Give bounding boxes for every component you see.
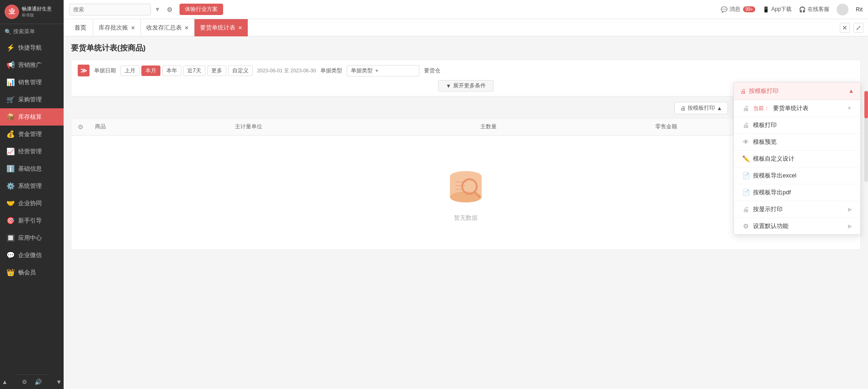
tab-receipt-summary[interactable]: 收发存汇总表 ✕ <box>141 19 195 36</box>
tab-close-all-btn[interactable]: ✕ <box>840 23 850 33</box>
date-btn-7days[interactable]: 近7天 <box>183 66 205 76</box>
template-preview-label: 模板预览 <box>753 138 777 146</box>
print-dropdown-template-preview[interactable]: 👁 模板预览 <box>734 134 860 151</box>
tab-home[interactable]: 首页 <box>68 19 93 36</box>
quick-nav-icon: ⚡ <box>6 44 15 52</box>
new-guide-icon: 🎯 <box>6 217 15 225</box>
print-dropdown-title-text: 按模板打印 <box>749 87 778 95</box>
sidebar-item-basics[interactable]: ℹ️ 基础信息 <box>0 160 64 177</box>
print-dropdown-chevron[interactable]: ▲ <box>848 88 854 94</box>
user-name: Rit <box>856 6 863 13</box>
col-goods-label: 商品 <box>95 123 106 130</box>
date-btn-more[interactable]: 更多 <box>207 66 226 76</box>
table-col-unit: 主计量单位 <box>229 118 475 136</box>
print-template-btn[interactable]: 🖨 按模板打印 ▲ <box>674 102 728 114</box>
purchase-icon: 🛒 <box>6 96 15 104</box>
display-print-arrow: ▶ <box>848 206 852 212</box>
tab-receipt-summary-label: 收发存汇总表 <box>146 19 182 36</box>
print-dropdown-current[interactable]: 🖨 当前： 要货单统计表 ▼ <box>734 100 860 117</box>
empty-text: 暂无数据 <box>454 214 478 222</box>
inventory-icon: 📦 <box>6 113 15 121</box>
scrollbar-thumb[interactable] <box>864 91 868 118</box>
empty-illustration <box>443 163 489 208</box>
doc-type-select[interactable]: 单据类型 ▼ <box>347 65 419 76</box>
messages-btn[interactable]: 💬 消息 99+ <box>721 5 755 13</box>
current-item-arrow: ▼ <box>847 105 852 111</box>
print-dropdown-title-icon: 🖨 <box>740 88 746 95</box>
tab-maximize-btn[interactable]: ⤢ <box>853 23 863 33</box>
tab-receipt-summary-close[interactable]: ✕ <box>185 19 189 36</box>
topbar-gear-icon[interactable]: ⚙ <box>164 4 176 15</box>
main-wrap: ▼ ⚙ 体验行业方案 💬 消息 99+ 📱 App下载 🎧 在线客服 Rit 首… <box>64 0 868 389</box>
col-amount-label: 零售金额 <box>655 123 677 130</box>
tab-order-stats[interactable]: 要货单统计表 ✕ <box>195 19 248 36</box>
sidebar-search-menu[interactable]: 🔍 搜索菜单 <box>0 24 64 39</box>
sidebar-item-inventory[interactable]: 📦 库存核算 <box>0 108 64 126</box>
user-avatar[interactable] <box>837 4 848 15</box>
export-excel-label: 按模板导出excel <box>753 172 796 180</box>
topbar-search-input[interactable] <box>69 4 151 15</box>
print-dropdown-template-custom[interactable]: ✏️ 模板自定义设计 <box>734 151 860 167</box>
doc-type-select-arrow: ▼ <box>374 68 379 73</box>
table-col-settings[interactable]: ⚙ <box>71 118 90 136</box>
tab-inventory-batch[interactable]: 库存批次账 ✕ <box>93 19 141 36</box>
settings-icon[interactable]: ⚙ <box>22 379 27 385</box>
sidebar-item-quick-nav[interactable]: ⚡ 快捷导航 <box>0 39 64 56</box>
sidebar-logo[interactable]: 业 畅康通好生意 标准版 <box>0 0 64 24</box>
col-qty-label: 主数量 <box>480 123 497 130</box>
sidebar-item-operations[interactable]: 📈 经营管理 <box>0 143 64 160</box>
print-dropdown-display-print[interactable]: 🖨 按显示打印 ▶ <box>734 201 860 218</box>
print-template-icon: 🖨 <box>680 105 686 111</box>
scroll-up-arrows: ▲ <box>2 379 8 385</box>
sidebar-item-member[interactable]: 👑 畅会员 <box>0 264 64 281</box>
tab-order-stats-close[interactable]: ✕ <box>238 19 242 36</box>
date-btns: 上月 本月 本年 近7天 更多 自定义 <box>120 66 253 76</box>
speaker-icon[interactable]: 🔊 <box>35 379 42 385</box>
print-dropdown-export-pdf[interactable]: 📄 按模板导出pdf <box>734 184 860 201</box>
search-menu-icon: 🔍 <box>5 29 11 35</box>
sidebar-scroll-down[interactable]: ▼ <box>54 377 64 387</box>
app-center-icon: 🔲 <box>6 234 15 242</box>
tab-inventory-batch-close[interactable]: ✕ <box>131 19 135 36</box>
online-service-btn[interactable]: 🎧 在线客服 <box>799 5 829 13</box>
set-default-label: 设置默认功能 <box>753 222 788 230</box>
date-btn-last-month[interactable]: 上月 <box>120 66 140 76</box>
date-btn-this-year[interactable]: 本年 <box>162 66 181 76</box>
new-guide-label: 新手引导 <box>18 217 42 225</box>
sidebar-item-sales[interactable]: 📊 销售管理 <box>0 74 64 91</box>
filter-expand-btn[interactable]: ≫ <box>78 65 90 76</box>
industry-btn[interactable]: 体验行业方案 <box>180 4 223 15</box>
sidebar-item-app-center[interactable]: 🔲 应用中心 <box>0 229 64 247</box>
print-dropdown-export-excel[interactable]: 📄 按模板导出excel <box>734 167 860 184</box>
date-btn-this-month[interactable]: 本月 <box>141 66 160 76</box>
current-label: 当前： <box>753 105 769 112</box>
sidebar-item-enterprise[interactable]: 🤝 企业协同 <box>0 195 64 212</box>
logo-icon: 业 <box>5 5 19 19</box>
enterprise-label: 企业协同 <box>18 199 42 207</box>
sidebar-item-marketing[interactable]: 📢 营销推广 <box>0 56 64 74</box>
sidebar-item-corp-wechat[interactable]: 💬 企业微信 <box>0 247 64 264</box>
date-btn-custom[interactable]: 自定义 <box>228 66 253 76</box>
sidebar-item-finance[interactable]: 💰 资金管理 <box>0 126 64 143</box>
sidebar-item-purchase[interactable]: 🛒 采购管理 <box>0 91 64 108</box>
content-area: 要货单统计表(按商品) ≫ 单据日期 上月 本月 本年 近7天 更多 自定义 2… <box>64 36 868 389</box>
topbar-dropdown-arrow[interactable]: ▼ <box>155 6 160 13</box>
sidebar-item-system[interactable]: ⚙️ 系统管理 <box>0 177 64 195</box>
sidebar-item-new-guide[interactable]: 🎯 新手引导 <box>0 212 64 229</box>
scroll-down-arrows: ▼ <box>56 379 62 385</box>
online-service-icon: 🎧 <box>799 6 806 13</box>
print-dropdown-template-print[interactable]: 🖨 模板打印 <box>734 117 860 134</box>
operations-label: 经营管理 <box>18 147 42 156</box>
expand-more-btn[interactable]: ▼ 展开更多条件 <box>438 80 494 91</box>
col-settings-icon[interactable]: ⚙ <box>78 123 84 131</box>
tab-inventory-batch-label: 库存批次账 <box>99 19 128 36</box>
member-label: 畅会员 <box>18 268 36 277</box>
current-item-icon: 🖨 <box>742 105 749 112</box>
print-dropdown: 🖨 按模板打印 ▲ 🖨 当前： 要货单统计表 ▼ 🖨 模板打印 👁 模板预览 <box>733 82 861 235</box>
sidebar-scroll-up[interactable]: ▲ <box>0 377 10 387</box>
basics-label: 基础信息 <box>18 165 42 173</box>
sidebar-bottom: ⚙ 🔊 <box>15 374 48 389</box>
print-dropdown-set-default[interactable]: ⚙ 设置默认功能 ▶ <box>734 218 860 234</box>
tab-order-stats-label: 要货单统计表 <box>200 19 235 36</box>
app-download-btn[interactable]: 📱 App下载 <box>763 5 792 13</box>
